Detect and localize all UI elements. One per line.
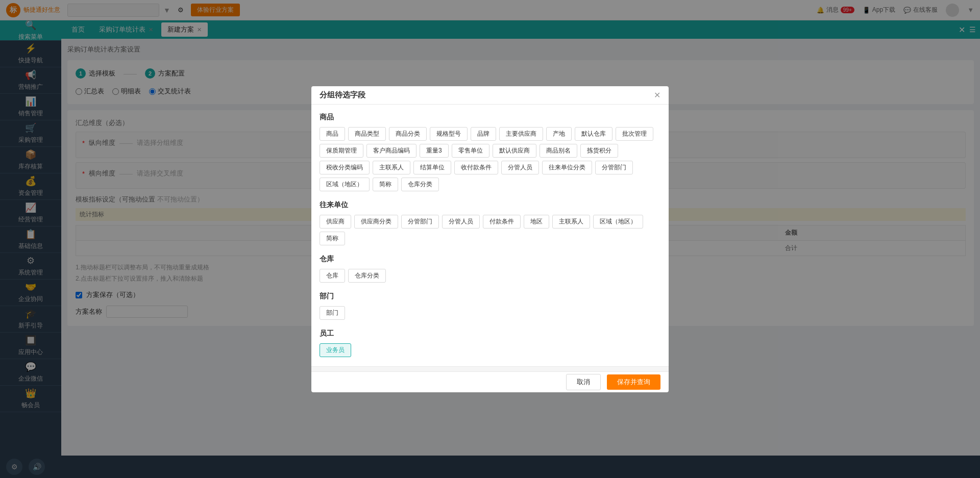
tag-dept[interactable]: 部门	[320, 306, 345, 320]
section-product-title: 商品	[320, 113, 660, 122]
employee-tags: 业务员	[320, 343, 660, 357]
tag-warehouse[interactable]: 仓库	[320, 269, 345, 283]
tag-batch-mgmt[interactable]: 批次管理	[616, 127, 653, 141]
tag-warehouse-cat[interactable]: 仓库分类	[348, 269, 386, 283]
tag-default-warehouse[interactable]: 默认仓库	[575, 127, 612, 141]
tag-payment-terms[interactable]: 收付款条件	[454, 161, 498, 174]
tag-product-alias[interactable]: 商品别名	[540, 144, 577, 158]
tag-counterpart-category[interactable]: 往来单位分类	[542, 161, 592, 174]
tag-product[interactable]: 商品	[320, 127, 345, 141]
tag-region[interactable]: 区域（地区）	[320, 178, 370, 191]
tag-salesperson[interactable]: 业务员	[320, 343, 351, 357]
dept-tags: 部门	[320, 306, 660, 320]
section-product: 商品 商品 商品类型 商品分类 规格型号 品牌 主要供应商 产地 默认仓库 批次…	[320, 113, 660, 191]
dialog-body: 商品 商品 商品类型 商品分类 规格型号 品牌 主要供应商 产地 默认仓库 批次…	[311, 105, 669, 366]
section-dept-title: 部门	[320, 292, 660, 301]
tag-main-contact2[interactable]: 主联系人	[552, 215, 590, 229]
tag-managed-person[interactable]: 分管人员	[442, 215, 480, 229]
tag-retail-unit[interactable]: 零售单位	[452, 144, 489, 158]
dialog-h-scrollbar[interactable]	[311, 366, 669, 371]
tag-dept-managed[interactable]: 分管部门	[595, 161, 633, 174]
section-counterpart: 往来单位 供应商 供应商分类 分管部门 分管人员 付款条件 地区 主联系人 区域…	[320, 200, 660, 245]
tag-spec-model[interactable]: 规格型号	[430, 127, 468, 141]
counterpart-tags: 供应商 供应商分类 分管部门 分管人员 付款条件 地区 主联系人 区域（地区） …	[320, 215, 660, 245]
section-employee: 员工 业务员	[320, 329, 660, 357]
dialog-title: 分组待选字段	[320, 90, 365, 100]
section-warehouse-title: 仓库	[320, 255, 660, 264]
section-dept: 部门 部门	[320, 292, 660, 320]
section-warehouse: 仓库 仓库 仓库分类	[320, 255, 660, 283]
tag-main-supplier[interactable]: 主要供应商	[499, 127, 543, 141]
warehouse-tags: 仓库 仓库分类	[320, 269, 660, 283]
tag-warehouse-category[interactable]: 仓库分类	[401, 178, 439, 191]
dialog-header: 分组待选字段 ✕	[311, 86, 669, 105]
tag-supervisor[interactable]: 分管人员	[501, 161, 539, 174]
tag-shelf-life[interactable]: 保质期管理	[320, 144, 363, 158]
dialog-footer: 取消 保存并查询	[311, 371, 669, 392]
tag-default-supplier[interactable]: 默认供应商	[493, 144, 536, 158]
tag-weight3[interactable]: 重量3	[420, 144, 449, 158]
tag-product-type[interactable]: 商品类型	[348, 127, 386, 141]
section-counterpart-title: 往来单位	[320, 200, 660, 210]
dialog-close-button[interactable]: ✕	[654, 90, 660, 100]
tag-settlement-unit[interactable]: 结算单位	[413, 161, 451, 174]
tag-pick-points[interactable]: 拣货积分	[580, 144, 618, 158]
cancel-button[interactable]: 取消	[566, 374, 601, 390]
tag-supplier-category[interactable]: 供应商分类	[354, 215, 398, 229]
overlay: 分组待选字段 ✕ 商品 商品 商品类型 商品分类 规格型号 品牌 主要供应商 产…	[0, 0, 980, 478]
tag-payment-condition[interactable]: 付款条件	[483, 215, 521, 229]
tag-customer-code[interactable]: 客户商品编码	[366, 144, 416, 158]
product-tags: 商品 商品类型 商品分类 规格型号 品牌 主要供应商 产地 默认仓库 批次管理 …	[320, 127, 660, 191]
tag-origin[interactable]: 产地	[546, 127, 572, 141]
tag-main-contact[interactable]: 主联系人	[373, 161, 410, 174]
confirm-button[interactable]: 保存并查询	[607, 374, 660, 390]
tag-tax-code[interactable]: 税收分类编码	[320, 161, 370, 174]
tag-short-name2[interactable]: 简称	[320, 232, 345, 245]
tag-short-name[interactable]: 简称	[373, 178, 398, 191]
tag-region2[interactable]: 区域（地区）	[593, 215, 643, 229]
tag-product-category[interactable]: 商品分类	[389, 127, 427, 141]
tag-brand[interactable]: 品牌	[471, 127, 496, 141]
tag-supplier[interactable]: 供应商	[320, 215, 351, 229]
tag-managed-dept[interactable]: 分管部门	[401, 215, 439, 229]
dialog: 分组待选字段 ✕ 商品 商品 商品类型 商品分类 规格型号 品牌 主要供应商 产…	[311, 86, 669, 392]
tag-area[interactable]: 地区	[524, 215, 549, 229]
section-employee-title: 员工	[320, 329, 660, 338]
